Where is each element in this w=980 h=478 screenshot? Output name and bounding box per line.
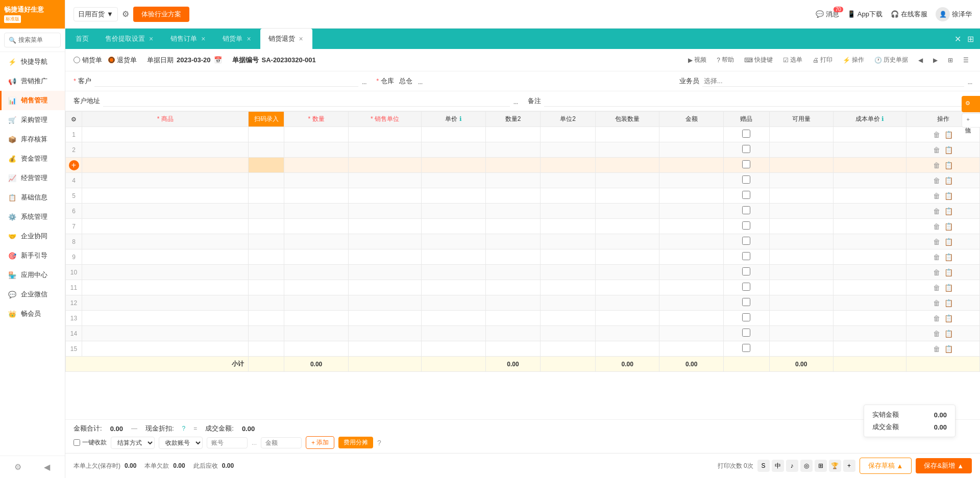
- next-record-btn[interactable]: ▶: [930, 55, 941, 65]
- copy-row-3[interactable]: 📋: [943, 160, 954, 170]
- qty-cell-2[interactable]: [284, 142, 349, 158]
- price-cell-3[interactable]: [422, 158, 486, 173]
- calendar-icon[interactable]: 📅: [214, 56, 222, 64]
- copy-row-13[interactable]: 📋: [943, 313, 954, 323]
- grid-view-btn[interactable]: ⊞: [945, 55, 956, 65]
- tab-sale-delivery[interactable]: 销货单 ×: [214, 29, 260, 49]
- tool-icon-1[interactable]: S: [757, 460, 770, 472]
- sidebar-item-operations[interactable]: 📈 经营管理: [0, 168, 65, 188]
- copy-row-14[interactable]: 📋: [943, 329, 954, 339]
- sidebar-item-appstore[interactable]: 🏪 应用中心: [0, 265, 65, 285]
- sidebar-item-sales[interactable]: 📊 销售管理: [0, 91, 65, 110]
- delete-row-13[interactable]: 🗑: [932, 313, 941, 323]
- price-cell-1[interactable]: [422, 127, 486, 142]
- delete-row-1[interactable]: 🗑: [932, 130, 941, 140]
- sidebar-item-marketing[interactable]: 📢 营销推广: [0, 71, 65, 91]
- copy-row-8[interactable]: 📋: [943, 237, 954, 247]
- amount-cell-2[interactable]: [659, 142, 724, 158]
- tab-sale-return[interactable]: 销货退货 ×: [260, 29, 312, 49]
- available-cell-3[interactable]: [769, 158, 834, 173]
- warehouse-dots[interactable]: ...: [418, 76, 422, 87]
- sidebar-item-wechat[interactable]: 💬 企业微信: [0, 285, 65, 304]
- sidebar-item-collab[interactable]: 🤝 企业协同: [0, 227, 65, 246]
- one-click-payment-checkbox[interactable]: 一键收款: [74, 438, 107, 447]
- copy-row-12[interactable]: 📋: [943, 298, 954, 308]
- tab-sale-order-close[interactable]: ×: [200, 35, 206, 42]
- app-download-button[interactable]: 📱 App下载: [847, 10, 883, 19]
- tab-close-all-button[interactable]: ✕: [952, 32, 963, 46]
- expense-split-button[interactable]: 费用分摊: [338, 437, 373, 448]
- tab-sale-price[interactable]: 售价提取设置 ×: [97, 29, 162, 49]
- gift-checkbox-3[interactable]: [742, 160, 750, 168]
- gift-checkbox-4[interactable]: [742, 175, 750, 184]
- tab-sale-price-close[interactable]: ×: [148, 35, 154, 42]
- tab-sale-return-close[interactable]: ×: [298, 35, 304, 42]
- side-settings-btn[interactable]: ⚙ 设置: [962, 96, 980, 112]
- copy-row-1[interactable]: 📋: [943, 130, 954, 140]
- delete-row-6[interactable]: 🗑: [932, 206, 941, 216]
- list-view-btn[interactable]: ☰: [960, 55, 972, 65]
- save-new-button[interactable]: 保存&新增 ▲: [916, 458, 972, 473]
- side-logistics-btn[interactable]: + 物流: [962, 113, 980, 128]
- gift-checkbox-13[interactable]: [742, 313, 750, 321]
- gift-cell-2[interactable]: [723, 142, 769, 158]
- add-row-button[interactable]: +: [69, 160, 79, 170]
- sidebar-item-purchase[interactable]: 🛒 采购管理: [0, 110, 65, 130]
- tab-home[interactable]: 首页: [67, 29, 97, 49]
- address-dots[interactable]: ...: [513, 96, 518, 107]
- footer-help-icon[interactable]: ?: [377, 439, 381, 447]
- history-btn[interactable]: 🕐 历史单据: [871, 54, 911, 66]
- pack-cell-2[interactable]: [595, 142, 659, 158]
- customer-input[interactable]: [94, 76, 359, 87]
- user-profile[interactable]: 👤 徐泽华: [936, 7, 972, 21]
- gift-checkbox-14[interactable]: [742, 329, 750, 337]
- account-input[interactable]: [207, 437, 248, 448]
- radio-delivery[interactable]: 销货单: [74, 56, 102, 65]
- try-solution-button[interactable]: 体验行业方案: [133, 7, 189, 22]
- unit-cell-3[interactable]: [348, 158, 421, 173]
- copy-row-5[interactable]: 📋: [943, 191, 954, 201]
- radio-return-input[interactable]: [108, 57, 115, 63]
- account-dots[interactable]: ...: [252, 439, 257, 446]
- tool-icon-3[interactable]: ♪: [786, 460, 798, 472]
- salesperson-dots[interactable]: ...: [967, 76, 972, 87]
- sidebar-item-finance[interactable]: 💰 资金管理: [0, 149, 65, 168]
- sidebar-item-shortcut[interactable]: ⚡ 快捷导航: [0, 52, 65, 71]
- print-btn[interactable]: 🖨 打印: [810, 54, 836, 66]
- tool-icon-7[interactable]: +: [843, 460, 855, 472]
- unit-cell-1[interactable]: [348, 127, 421, 142]
- gift-checkbox-7[interactable]: [742, 221, 750, 230]
- delete-row-3[interactable]: 🗑: [932, 160, 941, 170]
- qty2-cell-3[interactable]: [485, 158, 541, 173]
- sidebar-item-basic[interactable]: 📋 基础信息: [0, 188, 65, 207]
- gift-checkbox-2[interactable]: [742, 145, 750, 153]
- gift-cell-3[interactable]: [723, 158, 769, 173]
- settlement-method-select[interactable]: 结算方式: [111, 437, 155, 449]
- prev-record-btn[interactable]: ◀: [915, 55, 926, 65]
- unit2-cell-2[interactable]: [541, 142, 596, 158]
- unit-cell-2[interactable]: [348, 142, 421, 158]
- qty-cell-1[interactable]: [284, 127, 349, 142]
- account-method-select[interactable]: 收款账号: [159, 437, 203, 449]
- product-cell-3[interactable]: [82, 158, 249, 173]
- help-btn[interactable]: ? 帮助: [714, 54, 737, 66]
- delete-row-12[interactable]: 🗑: [932, 298, 941, 308]
- product-cell-2[interactable]: [82, 142, 249, 158]
- address-input[interactable]: [103, 95, 510, 107]
- tool-icon-2[interactable]: 中: [772, 460, 784, 472]
- save-draft-button[interactable]: 保存草稿 ▲: [860, 458, 912, 474]
- gift-checkbox-1[interactable]: [742, 130, 750, 138]
- video-btn[interactable]: ▶ 视频: [685, 54, 709, 66]
- delete-row-9[interactable]: 🗑: [932, 252, 941, 262]
- copy-row-15[interactable]: 📋: [943, 344, 954, 354]
- copy-row-11[interactable]: 📋: [943, 283, 954, 293]
- cost-cell-2[interactable]: [834, 142, 906, 158]
- col-settings[interactable]: ⚙: [66, 112, 82, 127]
- delete-row-14[interactable]: 🗑: [932, 329, 941, 339]
- sidebar-item-member[interactable]: 👑 畅会员: [0, 304, 65, 323]
- sidebar-settings-button[interactable]: ⚙: [4, 460, 32, 474]
- gift-cell-1[interactable]: [723, 127, 769, 142]
- delete-row-5[interactable]: 🗑: [932, 191, 941, 201]
- cost-cell-1[interactable]: [834, 127, 906, 142]
- gift-checkbox-9[interactable]: [742, 252, 750, 260]
